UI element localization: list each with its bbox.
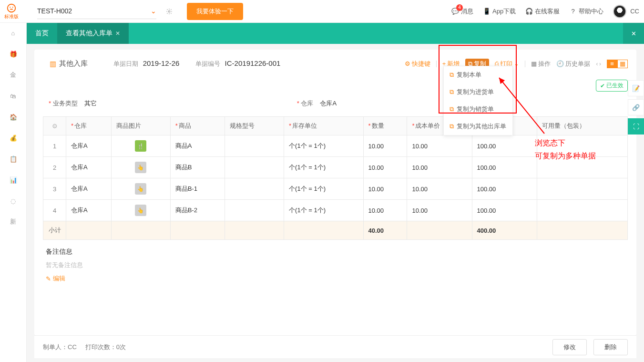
- chevron-right-icon[interactable]: ›: [599, 60, 601, 67]
- modify-button[interactable]: 修改: [552, 339, 587, 355]
- phone-icon: 📱: [483, 8, 491, 15]
- trial-button[interactable]: 我要体验一下: [187, 3, 243, 20]
- subtotal-qty: 40.00: [363, 221, 407, 240]
- cell-amount: 100.00: [472, 157, 537, 178]
- warehouse-field: * 仓库 仓库A: [297, 99, 337, 108]
- help-center-link[interactable]: ? 帮助中心: [569, 7, 603, 16]
- help-icon: ?: [569, 8, 577, 15]
- cell-image: 👆: [111, 157, 170, 178]
- tab-home[interactable]: 首页: [27, 23, 57, 44]
- copy-dropdown-item[interactable]: ⧉复制为进货单: [444, 83, 512, 101]
- right-rail-expand-icon[interactable]: ⛶: [628, 118, 644, 134]
- shop-selector[interactable]: TEST-H002 ⌄: [37, 4, 156, 19]
- cell-price: 10.00: [407, 135, 472, 157]
- cell-available: [537, 178, 627, 200]
- copy-dropdown-item[interactable]: ⧉复制为其他出库单: [444, 118, 512, 135]
- inbound-icon: ▥: [50, 60, 56, 68]
- cell-product: 商品A: [170, 135, 225, 157]
- logo-subtext: 标准版: [4, 13, 19, 20]
- document-panel: ▥ 其他入库 单据日期 2019-12-26 单据编号 IC-20191226-…: [34, 50, 636, 335]
- table-row[interactable]: 4仓库A👆商品B-2个(1个 = 1个)10.0010.00100.00: [43, 200, 628, 221]
- app-download-link[interactable]: 📱 App下载: [483, 7, 516, 16]
- col-unit: *库存单位: [284, 117, 363, 135]
- delete-button[interactable]: 删除: [593, 339, 628, 355]
- chevron-left-icon[interactable]: ‹: [596, 60, 598, 67]
- chevron-down-icon: ⌄: [514, 60, 519, 67]
- nav-warehouse-icon[interactable]: 🏠: [8, 112, 19, 122]
- table-row[interactable]: 3仓库A👆商品B-1个(1个 = 1个)10.0010.00100.00: [43, 178, 628, 200]
- subtotal-amount: 400.00: [472, 221, 537, 240]
- cell-warehouse: 仓库A: [66, 200, 112, 221]
- product-thumb-icon: 👆: [135, 205, 146, 216]
- copy-dropdown-item[interactable]: ⧉复制为销货单: [444, 101, 512, 118]
- nav-report-icon[interactable]: 📊: [8, 175, 19, 185]
- nav-arrows[interactable]: ‹›: [596, 60, 601, 67]
- col-image: 商品图片: [111, 117, 170, 135]
- cell-product: 商品B: [170, 157, 225, 178]
- right-rail-link-icon[interactable]: 🔗: [628, 99, 644, 115]
- ops-button[interactable]: ▦操作: [531, 60, 551, 68]
- chevron-down-icon: ⌄: [151, 7, 156, 15]
- view-list-button[interactable]: ≡: [607, 60, 617, 68]
- cell-spec: [225, 157, 284, 178]
- messages-link[interactable]: 💬 4 消息: [451, 7, 473, 16]
- status-badge: ✔已生效: [596, 80, 628, 92]
- cell-warehouse: 仓库A: [66, 178, 112, 200]
- annotation-text: 浏览态下 可复制为多种单据: [535, 136, 596, 162]
- notes-section: 备注信息 暂无备注信息 ✎编辑: [34, 240, 636, 290]
- view-grid-button[interactable]: ▦: [617, 60, 628, 68]
- biz-type-field: * 业务类型 其它: [49, 99, 97, 108]
- panel-tab[interactable]: ▥ 其他入库: [43, 56, 94, 71]
- date-label: 单据日期: [113, 60, 138, 67]
- cell-amount: 100.00: [472, 178, 537, 200]
- cell-qty: 10.00: [363, 200, 407, 221]
- col-spec: 规格型号: [225, 117, 284, 135]
- notes-edit-button[interactable]: ✎编辑: [46, 274, 65, 283]
- cell-amount: 100.00: [472, 200, 537, 221]
- col-qty: *数量: [363, 117, 407, 135]
- cell-image: 🍴: [111, 135, 170, 157]
- cell-amount: 100.00: [472, 135, 537, 157]
- cell-product: 商品B-1: [170, 178, 225, 200]
- col-settings[interactable]: ⚙: [43, 117, 66, 135]
- row-index: 1: [43, 135, 66, 157]
- cell-price: 10.00: [407, 200, 472, 221]
- history-button[interactable]: 🕘历史单据: [556, 60, 590, 68]
- settings-button[interactable]: [166, 8, 173, 15]
- headset-icon: 🎧: [525, 8, 533, 15]
- copy-dropdown-item[interactable]: ⧉复制本单: [444, 66, 512, 83]
- app-logo[interactable]: 标准版: [0, 0, 23, 23]
- tab-current[interactable]: 查看其他入库单 ✕: [57, 23, 129, 44]
- nav-money-icon[interactable]: 💰: [8, 133, 19, 143]
- creator-info: 制单人：CC: [43, 343, 77, 352]
- nav-clipboard-icon[interactable]: 📋: [8, 154, 19, 164]
- top-header: 标准版 TEST-H002 ⌄ 我要体验一下 💬 4 消息 📱 App下载 🎧 …: [0, 0, 644, 23]
- doc-no-value: IC-20191226-001: [225, 59, 281, 67]
- notes-title: 备注信息: [46, 248, 625, 256]
- nav-house-icon[interactable]: ⾦: [8, 70, 19, 80]
- cell-unit: 个(1个 = 1个): [284, 135, 363, 157]
- col-product: *商品: [170, 117, 225, 135]
- svg-point-0: [8, 4, 16, 12]
- product-thumb-icon: 👆: [135, 183, 146, 195]
- cell-spec: [225, 135, 284, 157]
- grid-icon: ▦: [531, 60, 537, 67]
- copy-item-icon: ⧉: [450, 88, 454, 96]
- right-rail-note-icon[interactable]: 📝: [628, 80, 644, 96]
- nav-bag-icon[interactable]: 🛍: [8, 91, 19, 101]
- items-table: ⚙ *仓库 商品图片 *商品 规格型号 *库存单位 *数量 *成本单价 *成本金…: [43, 116, 628, 240]
- nav-gift-icon[interactable]: 🎁: [8, 49, 19, 59]
- avatar[interactable]: [613, 5, 626, 18]
- shortcut-link[interactable]: ⚙快捷键: [405, 60, 430, 68]
- cell-spec: [225, 200, 284, 221]
- nav-home-icon[interactable]: ⌂: [8, 28, 19, 38]
- gear-icon: ⚙: [405, 60, 410, 67]
- tabs-close-all[interactable]: ✕: [623, 23, 644, 44]
- close-icon[interactable]: ✕: [115, 30, 120, 37]
- nav-sync-icon[interactable]: ◌: [8, 196, 19, 206]
- col-available: 可用量（包装）: [537, 117, 627, 135]
- cell-image: 👆: [111, 200, 170, 221]
- history-icon: 🕘: [556, 60, 564, 67]
- online-service-link[interactable]: 🎧 在线客服: [525, 7, 560, 16]
- nav-new-icon[interactable]: 新: [8, 217, 19, 227]
